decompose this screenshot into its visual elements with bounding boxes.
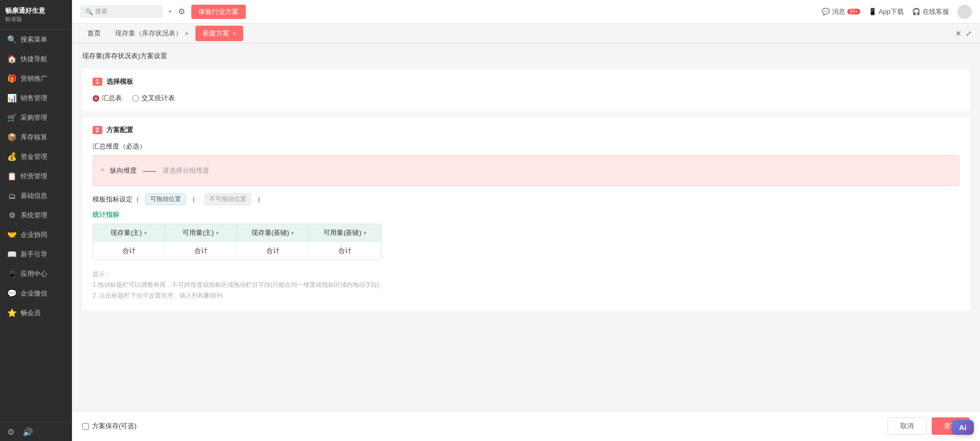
sidebar-item-icon-new-guide: 📖	[7, 250, 16, 259]
sidebar-item-sales[interactable]: 📊销售管理	[0, 88, 72, 108]
save-checkbox-label: 方案保存(可选)	[92, 421, 137, 431]
message-label: 消息	[832, 7, 845, 16]
stat-col-chevron-2[interactable]: ▾	[291, 230, 294, 236]
tab-new-scheme[interactable]: 新建方案 ×	[195, 26, 243, 41]
sidebar-item-label-purchase: 采购管理	[21, 113, 47, 122]
sidebar-item-quick-nav[interactable]: 🏠快捷导航	[0, 49, 72, 69]
sidebar-item-wechat[interactable]: 💬企业微信	[0, 284, 72, 303]
sidebar-item-label-app-center: 应用中心	[21, 269, 47, 279]
stat-col-label-2: 现存量(基辅)	[251, 228, 289, 237]
app-edition: 标准版	[5, 15, 67, 23]
ai-badge[interactable]: Ai	[952, 420, 974, 435]
close-panel-button[interactable]: ✕	[955, 29, 961, 38]
sidebar-item-icon-operation: 📋	[7, 172, 16, 181]
main-area: 🔍 搜索 ▾ ⚙ 体验行业方案 💬 消息 99+ 📱 App下载 🎧 在线客服	[72, 0, 980, 441]
tab-inventory-status-close-icon[interactable]: ×	[185, 30, 188, 36]
stat-col-header-1[interactable]: 可用量(主) ▾	[165, 224, 237, 242]
stat-col-cell-1: 合计	[165, 242, 237, 260]
avatar[interactable]	[957, 5, 972, 19]
online-support-item[interactable]: 🎧 在线客服	[912, 7, 949, 16]
stat-label: 统计指标	[93, 210, 959, 219]
search-placeholder: 搜索	[95, 7, 107, 16]
sidebar-nav: 🔍搜索菜单🏠快捷导航🎁营销推广📊销售管理🛒采购管理📦库存核算💰资金管理📋经营管理…	[0, 30, 72, 422]
dimension-field-label: 汇总维度（必选）	[93, 142, 959, 151]
sidebar-item-icon-inventory: 📦	[7, 133, 16, 142]
sidebar-item-purchase[interactable]: 🛒采购管理	[0, 108, 72, 127]
save-checkbox[interactable]	[82, 423, 89, 430]
page-title: 现存量(库存状况表)方案设置	[82, 51, 970, 61]
expand-panel-button[interactable]: ⤢	[966, 29, 972, 38]
sidebar-item-icon-basic-info: 🗂	[7, 191, 16, 200]
sidebar-item-marketing[interactable]: 🎁营销推广	[0, 69, 72, 88]
required-star: *	[101, 167, 104, 175]
app-download-item[interactable]: 📱 App下载	[868, 7, 904, 16]
sidebar-item-label-wechat: 企业微信	[21, 289, 47, 298]
tab-home[interactable]: 首页	[80, 26, 108, 41]
sidebar-item-label-new-guide: 新手引导	[21, 250, 47, 259]
gear-icon[interactable]: ⚙	[178, 7, 185, 16]
tab-new-scheme-close-icon[interactable]: ×	[232, 30, 235, 36]
sidebar-item-basic-info[interactable]: 🗂基础信息	[0, 186, 72, 206]
sidebar-item-membership[interactable]: ⭐畅会员	[0, 303, 72, 323]
radio-cross-input[interactable]	[132, 95, 139, 102]
indicator-close-paren: ）	[257, 195, 264, 204]
sidebar-item-icon-wechat: 💬	[7, 289, 16, 298]
step1-header: 1 选择模板	[93, 77, 959, 86]
stat-col-header-2[interactable]: 现存量(基辅) ▾	[237, 224, 309, 242]
app-download-label: App下载	[879, 7, 904, 16]
sidebar-item-icon-system: ⚙	[7, 211, 16, 220]
sidebar-item-label-membership: 畅会员	[21, 308, 41, 318]
template-radio-group: 汇总表 交叉统计表	[93, 94, 959, 103]
headset-icon: 🎧	[912, 8, 920, 15]
hint-title: 提示：	[93, 270, 959, 279]
sidebar-bottom: ⚙🔊	[0, 422, 72, 441]
sidebar-item-new-guide[interactable]: 📖新手引导	[0, 245, 72, 264]
radio-summary[interactable]: 汇总表	[93, 94, 122, 103]
sidebar-item-enterprise[interactable]: 🤝企业协同	[0, 225, 72, 245]
sidebar-item-search-menu[interactable]: 🔍搜索菜单	[0, 30, 72, 49]
topbar-search[interactable]: 🔍 搜索	[80, 5, 162, 18]
sidebar-item-system[interactable]: ⚙系统管理	[0, 206, 72, 225]
stat-col-chevron-0[interactable]: ▾	[144, 230, 147, 236]
sidebar-item-finance[interactable]: 💰资金管理	[0, 147, 72, 167]
radio-summary-label: 汇总表	[102, 94, 122, 103]
sidebar-item-label-inventory: 库存核算	[21, 133, 47, 142]
sidebar-item-operation[interactable]: 📋经营管理	[0, 167, 72, 186]
sidebar-item-label-finance: 资金管理	[21, 152, 47, 161]
indicator-setting-label: 模板指标设定（	[93, 195, 139, 204]
cancel-button[interactable]: 取消	[887, 417, 927, 435]
sidebar-bottom-icon-settings[interactable]: ⚙	[7, 427, 14, 437]
stat-col-header-0[interactable]: 现存量(主) ▾	[93, 224, 165, 242]
sidebar-item-label-basic-info: 基础信息	[21, 191, 47, 200]
trial-industry-button[interactable]: 体验行业方案	[191, 5, 246, 19]
dimension-box[interactable]: * 纵向维度 —— 请选择分组维度	[93, 155, 959, 186]
radio-cross[interactable]: 交叉统计表	[132, 94, 175, 103]
sidebar-item-icon-enterprise: 🤝	[7, 230, 16, 240]
message-item[interactable]: 💬 消息 99+	[822, 7, 860, 16]
step1-section: 1 选择模板 汇总表 交叉统计表	[82, 69, 970, 111]
stat-col-label-3: 可用量(基辅)	[323, 228, 361, 237]
stat-col-header-3[interactable]: 可用量(基辅) ▾	[309, 224, 381, 242]
hint-section: 提示：1.拖动标题栏可以调整布局，不可跨维度或指标区域拖动栏目字段(只能在同一维…	[93, 270, 959, 300]
sidebar-bottom-icon-volume[interactable]: 🔊	[23, 427, 33, 437]
stat-col-chevron-3[interactable]: ▾	[364, 230, 367, 236]
sidebar-item-label-system: 系统管理	[21, 211, 47, 220]
sidebar-item-icon-membership: ⭐	[7, 308, 16, 318]
stat-table-header: 现存量(主) ▾可用量(主) ▾现存量(基辅) ▾可用量(基辅) ▾	[93, 224, 381, 242]
sidebar-item-inventory[interactable]: 📦库存核算	[0, 127, 72, 147]
sidebar-item-label-enterprise: 企业协同	[21, 230, 47, 240]
step2-badge: 2	[93, 126, 102, 134]
sidebar-item-app-center[interactable]: 📱应用中心	[0, 264, 72, 284]
stat-table: 现存量(主) ▾可用量(主) ▾现存量(基辅) ▾可用量(基辅) ▾ 合计合计合…	[93, 224, 382, 260]
indicator-draggable-chip: 可拖动位置	[146, 193, 186, 205]
step2-header: 2 方案配置	[93, 125, 959, 135]
indicator-separator: ）	[192, 195, 198, 204]
step1-title: 选择模板	[106, 77, 133, 86]
indicator-not-draggable-chip: 不可拖动位置	[205, 193, 251, 205]
indicator-setting-row: 模板指标设定（ 可拖动位置 ） 不可拖动位置 ）	[93, 193, 959, 205]
radio-summary-input[interactable]	[93, 95, 99, 102]
tab-inventory-status[interactable]: 现存量（库存状况表） ×	[108, 26, 195, 41]
hint-item-0: 1.拖动标题栏可以调整布局，不可跨维度或指标区域拖动栏目字段(只能在同一维度或指…	[93, 281, 959, 289]
online-support-label: 在线客服	[922, 7, 949, 16]
stat-col-chevron-1[interactable]: ▾	[216, 230, 219, 236]
